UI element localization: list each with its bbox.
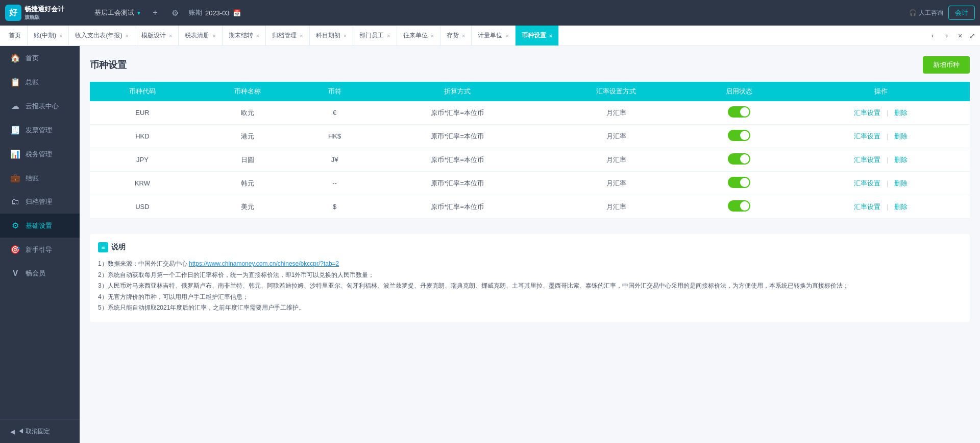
notes-section: ≡ 说明 1）数据来源：中国外汇交易中心 https://www.chinamo…	[90, 234, 970, 322]
cell-action: 汇率设置 | 删除	[792, 101, 970, 125]
notes-link[interactable]: https://www.chinamoney.com.cn/chinese/bk…	[189, 260, 339, 267]
sidebar-item-label-guide: 新手引导	[26, 245, 52, 254]
cell-rate-type: 月汇率	[546, 101, 687, 125]
toggle-switch-0[interactable]	[728, 106, 750, 118]
delete-link-0[interactable]: 删除	[894, 109, 908, 116]
tab-archive[interactable]: 归档管理 ×	[266, 26, 309, 46]
tab-income[interactable]: 收入支出表(年报) ×	[69, 26, 135, 46]
delete-link-4[interactable]: 删除	[894, 203, 908, 211]
action-sep-3: |	[887, 179, 888, 187]
account-btn[interactable]: 会计	[948, 6, 975, 20]
cell-rate-type: 月汇率	[546, 125, 687, 148]
page-title-row: 币种设置 新增币种	[90, 56, 970, 74]
main-layout: 🏠 首页 📋 总账 ☁ 云报表中心 🧾 发票管理 📊 税务管理 💼 结账 🗂 归…	[0, 46, 980, 443]
tab-dept[interactable]: 部门员工 ×	[353, 26, 397, 46]
tab-close-income[interactable]: ×	[125, 33, 128, 39]
rate-setting-link-3[interactable]: 汇率设置	[854, 179, 880, 187]
tab-close-subject[interactable]: ×	[344, 33, 347, 39]
rate-setting-link-4[interactable]: 汇率设置	[854, 203, 880, 211]
sidebar-item-checkout[interactable]: 💼 结账	[0, 166, 80, 190]
tab-tax[interactable]: 税表清册 ×	[179, 26, 222, 46]
tab-close-inventory[interactable]: ×	[462, 33, 465, 39]
top-header: 好 畅捷通好会计 旗舰版 基层工会测试 ▼ + ⚙ 账期 2023-03 📅 🎧…	[0, 0, 980, 26]
rate-setting-link-0[interactable]: 汇率设置	[854, 109, 880, 116]
tab-inventory[interactable]: 存货 ×	[440, 26, 472, 46]
rate-setting-link-1[interactable]: 汇率设置	[854, 132, 880, 140]
support-btn[interactable]: 🎧 人工咨询	[909, 9, 943, 17]
company-name[interactable]: 基层工会测试 ▼	[94, 8, 141, 17]
tab-close-contacts[interactable]: ×	[431, 33, 434, 39]
sidebar-item-reports[interactable]: ☁ 云报表中心	[0, 94, 80, 118]
sidebar-item-home[interactable]: 🏠 首页	[0, 46, 80, 70]
checkout-icon: 💼	[10, 173, 20, 183]
tab-close-archive[interactable]: ×	[300, 33, 303, 39]
sidebar-item-archive[interactable]: 🗂 归档管理	[0, 190, 80, 214]
tab-close-ledger[interactable]: ×	[59, 33, 62, 39]
sidebar-item-label-member: 畅会员	[26, 269, 45, 278]
delete-link-3[interactable]: 删除	[894, 179, 908, 187]
delete-link-1[interactable]: 删除	[894, 132, 908, 140]
archive-icon: 🗂	[10, 197, 20, 206]
rate-setting-link-2[interactable]: 汇率设置	[854, 156, 880, 164]
tab-close-dept[interactable]: ×	[387, 33, 390, 39]
tab-period-end[interactable]: 期末结转 ×	[223, 26, 266, 46]
tab-home[interactable]: 首页	[3, 26, 28, 46]
sidebar-item-member[interactable]: V 畅会员	[0, 262, 80, 285]
currency-table: 币种代码 币种名称 币符 折算方式 汇率设置方式 启用状态 操作 EUR 欧元 …	[90, 82, 970, 219]
cell-rate-type: 月汇率	[546, 148, 687, 172]
tab-currency[interactable]: 币种设置 ×	[516, 26, 559, 46]
calendar-icon[interactable]: 📅	[233, 9, 241, 17]
logo-text: 畅捷通好会计 旗舰版	[24, 5, 64, 21]
tab-close-all-btn[interactable]: ×	[955, 31, 965, 41]
cell-symbol: HK$	[300, 125, 369, 148]
sidebar-item-settings[interactable]: ⚙ 基础设置	[0, 214, 80, 238]
cell-status	[687, 172, 792, 195]
tab-maximize-btn[interactable]: ⤢	[967, 31, 977, 41]
tab-ledger[interactable]: 账(中期) ×	[28, 26, 69, 46]
toggle-switch-3[interactable]	[728, 177, 750, 188]
sidebar-item-tax[interactable]: 📊 税务管理	[0, 142, 80, 166]
logo-main: 畅捷通好会计	[24, 5, 64, 14]
tab-close-period[interactable]: ×	[256, 33, 259, 39]
tax-icon: 📊	[10, 149, 20, 159]
tab-next-btn[interactable]: ›	[941, 30, 953, 42]
tab-unit[interactable]: 计量单位 ×	[472, 26, 515, 46]
sidebar: 🏠 首页 📋 总账 ☁ 云报表中心 🧾 发票管理 📊 税务管理 💼 结账 🗂 归…	[0, 46, 80, 443]
guide-icon: 🎯	[10, 245, 20, 254]
cell-name: 日圆	[195, 148, 300, 172]
sidebar-item-ledger[interactable]: 📋 总账	[0, 70, 80, 94]
toggle-switch-1[interactable]	[728, 130, 750, 141]
cell-calc: 原币*汇率=本位币	[369, 101, 546, 125]
col-calc: 折算方式	[369, 82, 546, 101]
cell-action: 汇率设置 | 删除	[792, 172, 970, 195]
tab-close-unit[interactable]: ×	[505, 33, 508, 39]
settings-icon[interactable]: ⚙	[169, 7, 181, 19]
toggle-switch-4[interactable]	[728, 200, 750, 212]
tab-contacts[interactable]: 往来单位 ×	[397, 26, 440, 46]
tab-template[interactable]: 模版设计 ×	[135, 26, 179, 46]
tab-close-template[interactable]: ×	[169, 33, 172, 39]
cell-code: KRW	[90, 172, 195, 195]
toggle-switch-2[interactable]	[728, 153, 750, 165]
col-code: 币种代码	[90, 82, 195, 101]
sidebar-item-invoice[interactable]: 🧾 发票管理	[0, 118, 80, 142]
action-sep-2: |	[887, 156, 888, 164]
sidebar-pin-toggle[interactable]: ◀ ◀ 取消固定	[0, 419, 80, 443]
table-row: USD 美元 $ 原币*汇率=本位币 月汇率 汇率设置 | 删除	[90, 195, 970, 219]
sidebar-item-label-reports: 云报表中心	[26, 102, 59, 111]
tab-subject[interactable]: 科目期初 ×	[310, 26, 353, 46]
logo-area: 好 畅捷通好会计 旗舰版	[5, 5, 84, 21]
cell-status	[687, 101, 792, 125]
pin-icon: ◀	[10, 428, 15, 435]
tab-close-tax[interactable]: ×	[212, 33, 215, 39]
new-currency-btn[interactable]: 新增币种	[923, 56, 970, 74]
logo-icon: 好	[5, 5, 21, 21]
table-row: EUR 欧元 € 原币*汇率=本位币 月汇率 汇率设置 | 删除	[90, 101, 970, 125]
tab-close-currency[interactable]: ×	[549, 33, 552, 39]
add-tab-btn[interactable]: +	[149, 7, 161, 19]
delete-link-2[interactable]: 删除	[894, 156, 908, 164]
tab-prev-btn[interactable]: ‹	[926, 30, 939, 42]
toggle-knob-0	[740, 107, 749, 116]
sidebar-item-guide[interactable]: 🎯 新手引导	[0, 238, 80, 262]
cell-symbol: $	[300, 195, 369, 219]
